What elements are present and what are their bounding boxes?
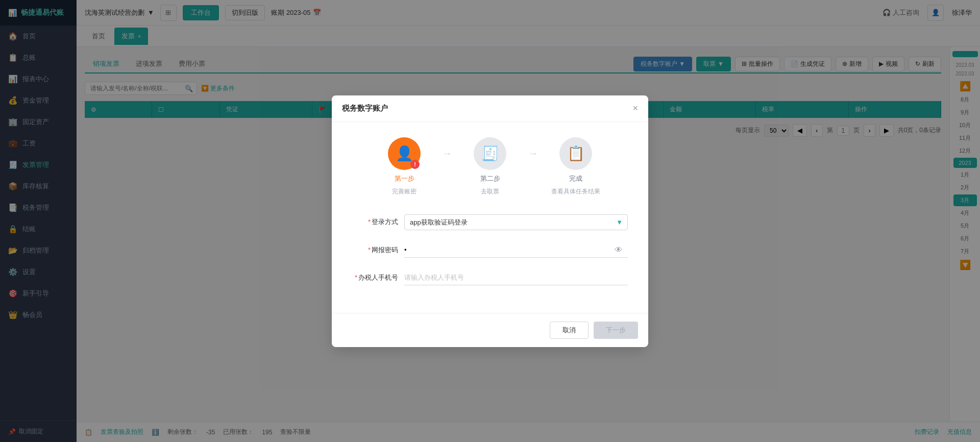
modal-title: 税务数字账户 (342, 104, 388, 113)
modal-body: 👤 ! 第一步 完善账密 → 🧾 第二步 去取票 → (332, 122, 648, 313)
step-1: 👤 ! 第一步 完善账密 (369, 137, 440, 196)
step-arrow-1: → (442, 137, 452, 159)
net-pwd-row: 网报密码 👁 (352, 242, 628, 258)
step-2-icon-wrap: 🧾 (474, 137, 506, 170)
step-3-icon: 📋 (567, 145, 585, 162)
cancel-button[interactable]: 取消 (550, 322, 589, 339)
modal-header: 税务数字账户 × (332, 95, 648, 122)
step-1-icon-wrap: 👤 ! (388, 137, 421, 170)
step-arrow-2: → (528, 137, 538, 159)
step-1-label: 第一步 (395, 174, 414, 183)
modal-overlay: 税务数字账户 × 👤 ! 第一步 完善账密 → (0, 0, 980, 442)
login-method-label: 登录方式 (352, 217, 398, 227)
step-3-label: 完成 (569, 174, 582, 183)
phone-row: 办税人手机号 (352, 270, 628, 285)
phone-input[interactable] (404, 270, 628, 285)
steps-container: 👤 ! 第一步 完善账密 → 🧾 第二步 去取票 → (352, 137, 628, 196)
step-2-desc: 去取票 (481, 187, 499, 196)
modal-footer: 取消 下一步 (332, 313, 648, 347)
next-button[interactable]: 下一步 (594, 322, 638, 339)
step-2-icon: 🧾 (481, 145, 499, 162)
step-3: 📋 完成 查看具体任务结果 (540, 137, 611, 196)
login-method-select-wrap: app获取验证码登录 ▼ (404, 214, 628, 230)
pwd-toggle-icon[interactable]: 👁 (615, 245, 623, 255)
step-2: 🧾 第二步 去取票 (454, 137, 526, 196)
tax-account-modal: 税务数字账户 × 👤 ! 第一步 完善账密 → (332, 95, 648, 347)
pwd-wrap: 👁 (404, 242, 628, 258)
step-3-icon-wrap: 📋 (559, 137, 592, 170)
step-2-label: 第二步 (480, 174, 500, 183)
net-pwd-input[interactable] (404, 242, 628, 258)
step-1-badge: ! (410, 160, 420, 169)
step-1-desc: 完善账密 (392, 187, 416, 196)
login-method-row: 登录方式 app获取验证码登录 ▼ (352, 214, 628, 230)
login-method-select[interactable]: app获取验证码登录 (404, 214, 628, 230)
step-1-icon: 👤 (396, 145, 413, 162)
net-pwd-label: 网报密码 (352, 245, 398, 255)
step-3-desc: 查看具体任务结果 (551, 187, 600, 196)
modal-close-btn[interactable]: × (632, 104, 638, 113)
phone-label: 办税人手机号 (352, 273, 398, 282)
